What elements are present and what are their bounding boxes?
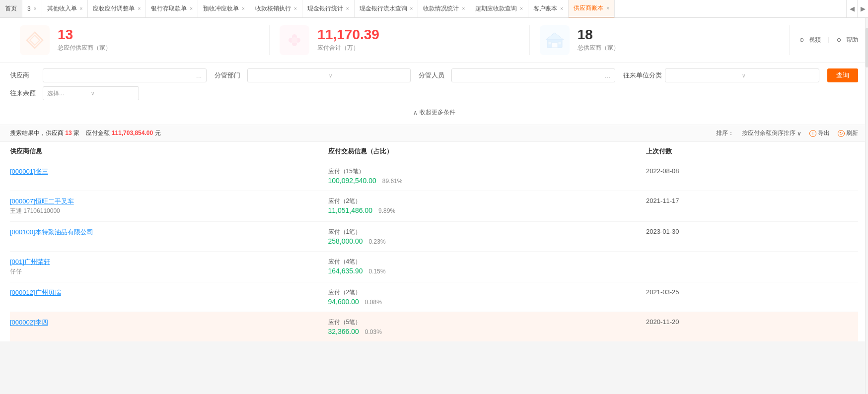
supplier-name-4[interactable]: [000012]广州贝瑞 bbox=[10, 288, 328, 297]
trans-amount-4[interactable]: 94,600.00 bbox=[328, 298, 359, 306]
search-field-balance: 往来余额 选择... ∨ bbox=[10, 86, 139, 100]
close-icon[interactable]: × bbox=[410, 6, 413, 11]
nav-tab-payable-adjust[interactable]: 应收应付调整单 × bbox=[88, 0, 146, 18]
trans-row-3: 164,635.90 0.15% bbox=[328, 267, 647, 275]
help-label[interactable]: 帮助 bbox=[846, 36, 858, 44]
table-row: [000012]广州贝瑞 应付（2笔） 94,600.00 0.08% 2021… bbox=[10, 282, 858, 312]
trans-amount-1[interactable]: 11,051,486.00 bbox=[328, 206, 373, 214]
person-label: 分管人员 bbox=[419, 71, 448, 80]
trans-percent-1: 9.89% bbox=[378, 207, 395, 214]
supplier-input[interactable] bbox=[47, 72, 196, 79]
nav-tab-cash-bank-stat[interactable]: 现金银行统计 × bbox=[302, 0, 355, 18]
nav-tab-home[interactable]: 首页 bbox=[0, 0, 22, 18]
close-icon[interactable]: × bbox=[462, 6, 465, 11]
result-count-unit: 家 bbox=[73, 130, 79, 136]
trans-label-4: 应付（2笔） bbox=[328, 288, 647, 297]
person-input[interactable] bbox=[456, 72, 605, 79]
search-button[interactable]: 查询 bbox=[827, 68, 858, 82]
video-icon: ⊙ bbox=[799, 37, 804, 43]
category-arrow-icon: ∨ bbox=[742, 73, 815, 78]
trans-percent-0: 89.61% bbox=[382, 178, 403, 185]
trans-amount-2[interactable]: 258,000.00 bbox=[328, 237, 363, 245]
close-icon[interactable]: × bbox=[34, 6, 37, 11]
table-header: 供应商信息 应付交易信息（占比） 上次付数 bbox=[10, 142, 858, 161]
trans-info-3: 应付（4笔） 164,635.90 0.15% bbox=[328, 258, 647, 275]
supplier-info-5: [000002]李四 bbox=[10, 318, 328, 327]
close-icon[interactable]: × bbox=[606, 5, 609, 11]
balance-select[interactable]: 选择... ∨ bbox=[43, 86, 139, 100]
trans-row-4: 94,600.00 0.08% bbox=[328, 298, 647, 306]
scrollbar[interactable] bbox=[865, 18, 868, 341]
supplier-name-1[interactable]: [000007]恒旺二手叉车 bbox=[10, 197, 328, 206]
collapse-button[interactable]: ∧ 收起更多条件 bbox=[10, 106, 858, 119]
trans-percent-2: 0.23% bbox=[369, 238, 386, 245]
dept-label: 分管部门 bbox=[215, 71, 244, 80]
table-row: [000002]李四 应付（5笔） 32,366.00 0.03% 2020-1… bbox=[10, 312, 858, 341]
trans-info-5: 应付（5笔） 32,366.00 0.03% bbox=[328, 318, 647, 335]
payable-suppliers-number: 13 bbox=[58, 28, 111, 42]
trans-amount-0[interactable]: 100,092,540.00 bbox=[328, 177, 376, 185]
stat-icon-store bbox=[540, 25, 570, 55]
collapse-section: ∧ 收起更多条件 bbox=[10, 104, 858, 121]
nav-tab-customer-account[interactable]: 客户账本 × bbox=[528, 0, 569, 18]
supplier-input-wrap[interactable]: ... bbox=[43, 68, 207, 82]
nav-tab-prepay-offset[interactable]: 预收冲应收单 × bbox=[198, 0, 250, 18]
dept-select[interactable]: ∨ bbox=[247, 68, 411, 82]
category-label: 往来单位分类 bbox=[623, 71, 662, 80]
payable-total-label: 应付合计（万） bbox=[317, 44, 379, 52]
trans-info-2: 应付（1笔） 258,000.00 0.23% bbox=[328, 228, 647, 245]
stat-icon-diamond bbox=[20, 25, 50, 55]
close-icon[interactable]: × bbox=[560, 6, 563, 11]
supplier-dots-icon[interactable]: ... bbox=[196, 71, 202, 79]
supplier-name-0[interactable]: [000001]张三 bbox=[10, 167, 328, 176]
video-label[interactable]: 视频 bbox=[809, 36, 821, 44]
nav-tab-overdue-query[interactable]: 超期应收款查询 × bbox=[470, 0, 528, 18]
close-icon[interactable]: × bbox=[346, 6, 349, 11]
trans-amount-3[interactable]: 164,635.90 bbox=[328, 267, 363, 275]
close-icon[interactable]: × bbox=[80, 6, 83, 11]
stat-card-payable-suppliers: 13 总应付供应商（家） bbox=[10, 25, 270, 55]
nav-tab-other-income[interactable]: 其他收入单 × bbox=[42, 0, 88, 18]
supplier-info-1: [000007]恒旺二手叉车 王通 17106110000 bbox=[10, 197, 328, 215]
close-icon[interactable]: × bbox=[190, 6, 193, 11]
close-icon[interactable]: × bbox=[138, 6, 141, 11]
export-button[interactable]: ↑ 导出 bbox=[809, 129, 830, 137]
nav-arrow-right[interactable]: ▶ bbox=[857, 0, 868, 18]
sort-select[interactable]: 按应付余额倒序排序 ∨ bbox=[742, 129, 801, 137]
supplier-name-5[interactable]: [000002]李四 bbox=[10, 318, 328, 327]
payable-suppliers-label: 总应付供应商（家） bbox=[58, 44, 111, 52]
person-input-wrap[interactable]: ... bbox=[451, 68, 615, 82]
refresh-button[interactable]: ↻ 刷新 bbox=[838, 129, 858, 137]
person-dots-icon[interactable]: ... bbox=[605, 71, 611, 79]
supplier-name-2[interactable]: [000100]本特勤油品有限公司 bbox=[10, 228, 328, 237]
supplier-sub-3: 仔仔 bbox=[10, 267, 328, 276]
search-area: 供应商 ... 分管部门 ∨ 分管人员 ... 往来单位分类 ∨ bbox=[0, 63, 868, 125]
help-icon: ⊙ bbox=[837, 37, 841, 43]
result-amount-label: 应付金额 bbox=[86, 130, 110, 136]
nav-tab-cash-bank-flow[interactable]: 现金银行流水查询 × bbox=[355, 0, 419, 18]
nav-tab-3[interactable]: 3 × bbox=[22, 0, 42, 18]
search-field-dept: 分管部门 ∨ bbox=[215, 68, 411, 82]
stat-icon-flower bbox=[280, 25, 309, 55]
collapse-up-icon: ∧ bbox=[413, 109, 418, 116]
trans-label-5: 应付（5笔） bbox=[328, 318, 647, 327]
nav-tab-collect-exec[interactable]: 收款核销执行 × bbox=[250, 0, 302, 18]
table-area: 供应商信息 应付交易信息（占比） 上次付数 [000001]张三 应付（15笔）… bbox=[0, 142, 868, 341]
close-icon[interactable]: × bbox=[294, 6, 297, 11]
stat-content-payable: 13 总应付供应商（家） bbox=[58, 28, 111, 52]
stat-card-payable-total: 11,170.39 应付合计（万） bbox=[270, 25, 529, 55]
close-icon[interactable]: × bbox=[242, 6, 245, 11]
category-select[interactable]: ∨ bbox=[665, 68, 820, 82]
scrollbar-thumb[interactable] bbox=[866, 28, 868, 67]
nav-arrow-left[interactable]: ◀ bbox=[846, 0, 857, 18]
close-icon[interactable]: × bbox=[520, 6, 523, 11]
nav-tab-supplier-account[interactable]: 供应商账本 × bbox=[569, 0, 615, 18]
nav-tab-bank-deposit[interactable]: 银行存取款单 × bbox=[146, 0, 198, 18]
trans-amount-5[interactable]: 32,366.00 bbox=[328, 328, 359, 335]
nav-tab-collect-stat[interactable]: 收款情况统计 × bbox=[418, 0, 470, 18]
supplier-name-3[interactable]: [001]广州荣轩 bbox=[10, 258, 328, 266]
table-row: [001]广州荣轩 仔仔 应付（4笔） 164,635.90 0.15% bbox=[10, 252, 858, 282]
search-field-supplier: 供应商 ... bbox=[10, 68, 207, 82]
balance-select-value: 选择... bbox=[47, 89, 91, 98]
collapse-label: 收起更多条件 bbox=[420, 108, 455, 117]
